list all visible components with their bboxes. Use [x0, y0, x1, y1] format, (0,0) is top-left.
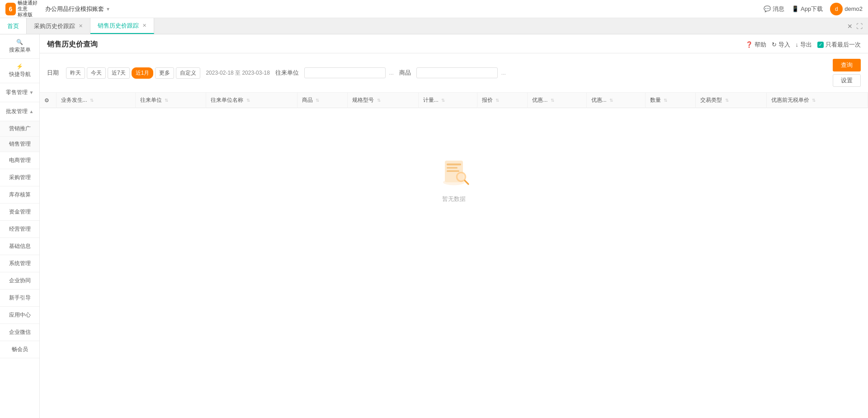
action-buttons: 查询 设置 [833, 59, 861, 87]
sidebar-item-finance[interactable]: 资金管理 [0, 204, 39, 221]
layout: 🔍 搜索菜单 ⚡ 快捷导航 零售管理 ▼ 批发管理 ▲ 营销推广 销售管理 电商… [0, 34, 868, 418]
col-business-date-label: 业务发生... [61, 97, 87, 103]
maximize-window-icon[interactable]: ⛶ [856, 23, 863, 30]
sidebar-item-quicknav[interactable]: ⚡ 快捷导航 [0, 59, 39, 83]
svg-rect-2 [447, 163, 461, 165]
date-range-display: 2023-02-18 至 2023-03-18 [206, 69, 269, 77]
help-button[interactable]: ❓ 帮助 [745, 41, 766, 49]
table-col-partner-code[interactable]: 往来单位 ⇅ [135, 93, 206, 108]
header-title: 办公用品行业模拟账套 [45, 5, 104, 13]
table-col-pretax-price[interactable]: 优惠前无税单价 ⇅ [766, 93, 868, 108]
sidebar-item-inventory[interactable]: 库存核算 [0, 186, 39, 204]
tab-purchase-label: 采购历史价跟踪 [34, 22, 75, 30]
date-btn-custom[interactable]: 自定义 [176, 67, 200, 79]
tab-home-label: 首页 [7, 22, 19, 30]
only-last-checkbox[interactable]: ✓ [817, 42, 824, 48]
page-container: 销售历史价查询 ❓ 帮助 ↻ 导入 ↓ 导出 ✓ [40, 34, 868, 418]
table-col-discount2[interactable]: 优惠... ⇅ [586, 93, 645, 108]
query-button[interactable]: 查询 [833, 59, 861, 71]
empty-state: 暂无数据 [40, 108, 868, 248]
sidebar-item-operation[interactable]: 经营管理 [0, 221, 39, 238]
svg-rect-4 [447, 171, 459, 172]
filter-bar: 日期 昨天 今天 近7天 近1月 更多 自定义 2023-02-18 至 202… [40, 53, 868, 93]
sort-arrows-partner-name: ⇅ [246, 98, 250, 103]
tab-purchase-close[interactable]: ✕ [79, 23, 83, 29]
table-col-goods[interactable]: 商品 ⇅ [297, 93, 347, 108]
partner-filter-group: 往来单位 ... [275, 67, 394, 78]
col-trade-type-label: 交易类型 [700, 97, 722, 103]
sidebar-item-enterprise[interactable]: 企业协同 [0, 272, 39, 290]
goods-input[interactable] [416, 67, 498, 78]
sidebar-item-marketing[interactable]: 营销推广 [0, 121, 39, 137]
table-col-business-date[interactable]: 业务发生... ⇅ [56, 93, 135, 108]
help-icon: ❓ [745, 41, 753, 48]
header-title-area: 办公用品行业模拟账套 ▾ [45, 5, 764, 13]
export-button[interactable]: ↓ 导出 [796, 41, 812, 49]
date-btn-7days[interactable]: 近7天 [108, 67, 130, 79]
import-button[interactable]: ↻ 导入 [772, 41, 790, 49]
table-col-spec[interactable]: 规格型号 ⇅ [348, 93, 419, 108]
date-btn-today[interactable]: 今天 [87, 67, 106, 79]
col-quote-label: 报价 [482, 97, 493, 103]
goods-dots: ... [501, 70, 506, 76]
partner-dots: ... [389, 70, 394, 76]
sidebar-item-basic[interactable]: 基础信息 [0, 238, 39, 255]
sidebar-item-ecommerce[interactable]: 电商管理 [0, 152, 39, 169]
dropdown-icon[interactable]: ▾ [107, 6, 109, 12]
wholesale-arrow-icon: ▲ [29, 109, 34, 114]
message-button[interactable]: 💬 消息 [764, 5, 784, 13]
filter-settings-button[interactable]: 设置 [833, 74, 861, 87]
sort-arrows-goods: ⇅ [316, 98, 319, 103]
page-header-actions: ❓ 帮助 ↻ 导入 ↓ 导出 ✓ 只看最后一次 [745, 41, 861, 49]
tab-sales-label: 销售历史价跟踪 [98, 22, 139, 30]
svg-line-7 [465, 180, 468, 184]
tab-home[interactable]: 首页 [0, 18, 27, 34]
sidebar-item-system[interactable]: 系统管理 [0, 255, 39, 272]
sort-arrows-unit: ⇅ [441, 98, 445, 103]
import-icon: ↻ [772, 41, 777, 48]
svg-point-6 [458, 173, 465, 180]
table-col-quote[interactable]: 报价 ⇅ [477, 93, 528, 108]
sidebar-item-wholesale[interactable]: 批发管理 ▲ [0, 102, 39, 121]
only-last-checkbox-area[interactable]: ✓ 只看最后一次 [817, 41, 861, 49]
date-btn-1month[interactable]: 近1月 [132, 67, 154, 79]
sidebar-item-purchase[interactable]: 采购管理 [0, 169, 39, 186]
main-content: 销售历史价查询 ❓ 帮助 ↻ 导入 ↓ 导出 ✓ [40, 34, 868, 418]
close-window-icon[interactable]: ✕ [847, 23, 853, 30]
sidebar-item-appstore[interactable]: 应用中心 [0, 307, 39, 324]
sidebar-item-search[interactable]: 🔍 搜索菜单 [0, 34, 39, 59]
search-icon: 🔍 [16, 39, 23, 45]
col-unit-label: 计量... [423, 97, 439, 103]
sidebar-item-wechat[interactable]: 企业微信 [0, 324, 39, 341]
tab-sales-close[interactable]: ✕ [142, 23, 146, 28]
tab-bar: 首页 采购历史价跟踪 ✕ 销售历史价跟踪 ✕ ✕ ⛶ [0, 18, 868, 34]
page-title: 销售历史价查询 [47, 40, 98, 49]
table-container: ⚙ 业务发生... ⇅ 往来单位 ⇅ 往来单位名称 ⇅ [40, 93, 868, 248]
sort-arrows-trade-type: ⇅ [725, 98, 729, 103]
sidebar-item-member[interactable]: 畅会员 [0, 341, 39, 358]
sort-arrows-quantity: ⇅ [664, 98, 667, 103]
sidebar-item-sales-mgmt[interactable]: 销售管理 [0, 137, 39, 152]
table-col-quantity[interactable]: 数量 ⇅ [645, 93, 695, 108]
table-col-discount1[interactable]: 优惠... ⇅ [528, 93, 586, 108]
date-btn-yesterday[interactable]: 昨天 [66, 67, 85, 79]
table-header-row: ⚙ 业务发生... ⇅ 往来单位 ⇅ 往来单位名称 ⇅ [40, 93, 868, 108]
col-partner-name-label: 往来单位名称 [211, 97, 243, 103]
top-header: 6 畅捷通好生意 标准版 办公用品行业模拟账套 ▾ 💬 消息 📱 App下载 d… [0, 0, 868, 18]
user-menu[interactable]: d demo2 [830, 3, 863, 15]
tab-purchase[interactable]: 采购历史价跟踪 ✕ [27, 18, 90, 34]
page-header: 销售历史价查询 ❓ 帮助 ↻ 导入 ↓ 导出 ✓ [40, 34, 868, 53]
table-col-settings[interactable]: ⚙ [40, 93, 56, 108]
sidebar-item-newbie[interactable]: 新手引导 [0, 290, 39, 307]
table-col-trade-type[interactable]: 交易类型 ⇅ [696, 93, 767, 108]
window-controls: ✕ ⛶ [847, 18, 868, 34]
table-col-partner-name[interactable]: 往来单位名称 ⇅ [206, 93, 297, 108]
table-col-unit[interactable]: 计量... ⇅ [418, 93, 477, 108]
tab-sales[interactable]: 销售历史价跟踪 ✕ [90, 18, 154, 34]
empty-icon [436, 153, 472, 190]
date-btn-more[interactable]: 更多 [155, 67, 174, 79]
sidebar-item-retail[interactable]: 零售管理 ▼ [0, 83, 39, 102]
sort-arrows-spec: ⇅ [377, 98, 381, 103]
app-download-button[interactable]: 📱 App下载 [792, 5, 823, 13]
partner-input[interactable] [304, 67, 386, 78]
